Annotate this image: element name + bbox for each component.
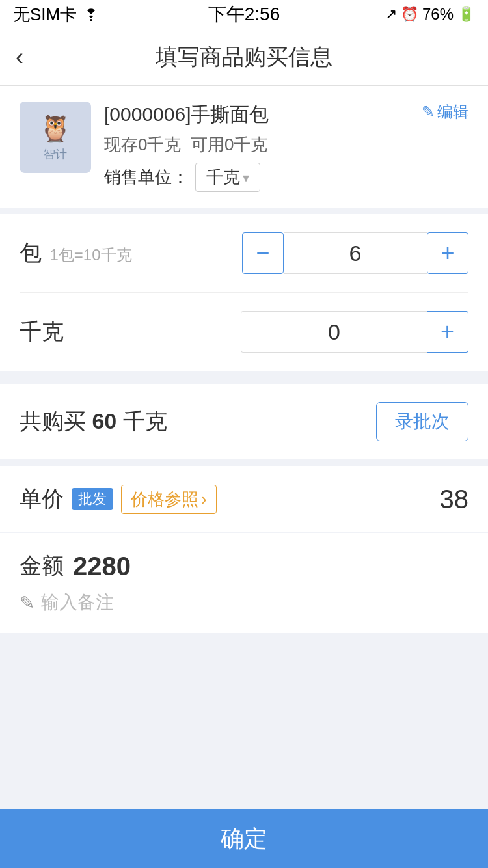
price-badge: 批发 [72, 488, 113, 510]
pack-label-area: 包 1包=10千克 [20, 238, 132, 268]
pack-label: 包 [20, 240, 42, 265]
product-name: [0000006]手撕面包 [104, 102, 269, 128]
product-card: 🦉 智计 [0000006]手撕面包 ✎ 编辑 现存0千克 可用0千克 销售单位… [0, 86, 488, 214]
unit-select[interactable]: 千克 ▾ [195, 163, 260, 192]
amount-section: 金额 2280 ✎ 输入备注 [0, 533, 488, 634]
pack-control: − + [242, 232, 468, 274]
kg-control: + [241, 311, 468, 353]
price-ref-button[interactable]: 价格参照 › [121, 485, 217, 514]
pack-increment-button[interactable]: + [427, 232, 468, 274]
total-text: 共购买 60 千克 [20, 407, 167, 437]
product-info: [0000006]手撕面包 ✎ 编辑 现存0千克 可用0千克 销售单位： 千克 … [104, 102, 468, 192]
battery-text: 76% [422, 5, 454, 23]
product-owl-icon: 🦉 [39, 113, 72, 144]
status-bar: 无SIM卡 下午2:56 ↗ ⏰ 76% 🔋 [0, 0, 488, 29]
kg-increment-button[interactable]: + [427, 311, 468, 353]
gps-icon: ↗ [385, 6, 397, 23]
amount-label: 金额 [20, 551, 64, 581]
product-unit-row: 销售单位： 千克 ▾ [104, 163, 468, 192]
nav-bar: ‹ 填写商品购买信息 [0, 29, 488, 86]
back-button[interactable]: ‹ [16, 44, 23, 71]
wifi-icon [82, 8, 100, 21]
note-row[interactable]: ✎ 输入备注 [20, 590, 468, 615]
total-amount: 60 [92, 409, 116, 433]
price-ref-label: 价格参照 [131, 488, 198, 511]
edit-button[interactable]: ✎ 编辑 [422, 102, 468, 122]
battery-icon: 🔋 [457, 6, 475, 23]
confirm-bar[interactable]: 确定 [0, 809, 488, 868]
kg-input[interactable] [241, 311, 427, 353]
price-value: 38 [440, 485, 469, 514]
page-title: 填写商品购买信息 [156, 42, 332, 72]
carrier-text: 无SIM卡 [13, 3, 77, 26]
batch-button[interactable]: 录批次 [376, 402, 468, 441]
pack-decrement-button[interactable]: − [242, 232, 284, 274]
price-ref-arrow-icon: › [201, 489, 207, 509]
product-stock: 现存0千克 可用0千克 [104, 133, 468, 156]
edit-icon: ✎ [422, 103, 435, 121]
edit-label: 编辑 [437, 102, 468, 122]
pack-input-row: 包 1包=10千克 − + [20, 214, 468, 293]
amount-row: 金额 2280 [20, 551, 468, 581]
alarm-icon: ⏰ [401, 6, 418, 23]
confirm-button-label: 确定 [221, 823, 267, 855]
price-section: 单价 批发 价格参照 › 38 [0, 466, 488, 533]
kg-label-area: 千克 [20, 317, 64, 347]
total-section: 共购买 60 千克 录批次 [0, 377, 488, 466]
product-thumb-label: 智计 [44, 146, 67, 162]
status-right: ↗ ⏰ 76% 🔋 [385, 5, 475, 23]
note-pencil-icon: ✎ [20, 592, 34, 614]
price-label: 单价 [20, 484, 64, 514]
status-time: 下午2:56 [208, 2, 280, 27]
unit-value: 千克 [206, 166, 240, 189]
unit-dropdown-icon: ▾ [243, 170, 249, 185]
product-thumbnail: 🦉 智计 [20, 102, 91, 173]
amount-value: 2280 [73, 552, 131, 581]
unit-label: 销售单位： [104, 166, 189, 189]
status-left: 无SIM卡 [13, 3, 100, 26]
kg-label: 千克 [20, 319, 64, 344]
price-left: 单价 批发 价格参照 › [20, 484, 217, 514]
product-header: [0000006]手撕面包 ✎ 编辑 [104, 102, 468, 128]
input-section: 包 1包=10千克 − + 千克 + [0, 214, 488, 371]
kg-input-row: 千克 + [20, 293, 468, 371]
note-placeholder: 输入备注 [41, 590, 114, 615]
pack-sublabel: 1包=10千克 [49, 246, 131, 264]
svg-point-0 [90, 19, 92, 21]
pack-input[interactable] [284, 232, 427, 274]
